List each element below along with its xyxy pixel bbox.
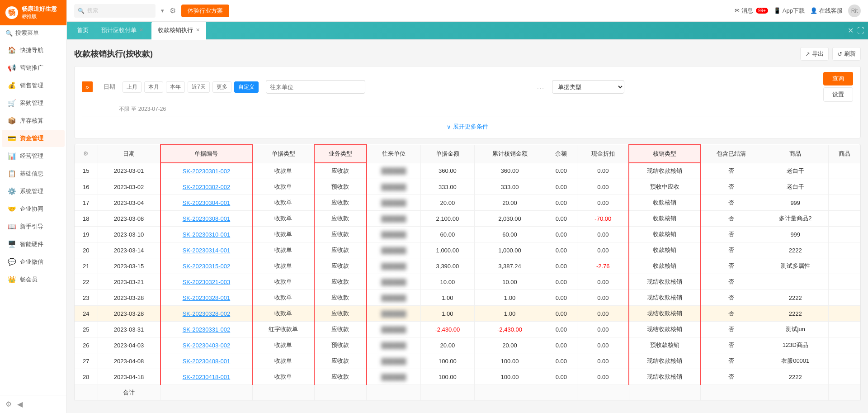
date-btn-last-month[interactable]: 上月 bbox=[123, 81, 142, 93]
sidebar-item-wechat[interactable]: 💬 企业微信 bbox=[2, 253, 65, 271]
date-btn-custom[interactable]: 自定义 bbox=[234, 81, 259, 93]
topbar-search-icon: 🔍 bbox=[78, 8, 85, 14]
home-icon: 🏠 bbox=[7, 46, 16, 54]
td-bill-no[interactable]: SK-20230328-001 bbox=[160, 290, 253, 306]
date-btn-this-year[interactable]: 本年 bbox=[166, 81, 185, 93]
td-bill-no[interactable]: SK-20230331-002 bbox=[160, 322, 253, 337]
sidebar-search[interactable]: 🔍 搜索菜单 bbox=[0, 25, 66, 41]
bill-no-link[interactable]: SK-20230310-001 bbox=[183, 231, 231, 238]
td-biz-type: 应收款 bbox=[314, 242, 366, 258]
topbar-dropdown-btn[interactable]: ▾ bbox=[161, 7, 164, 14]
sidebar-item-guide[interactable]: 📖 新手引导 bbox=[2, 218, 65, 235]
tab-verification-close[interactable]: ✕ bbox=[196, 27, 200, 33]
sidebar-collapse-icon[interactable]: ◀ bbox=[17, 400, 23, 408]
sidebar-item-member[interactable]: 👑 畅会员 bbox=[2, 271, 65, 288]
td-no: 24 bbox=[75, 306, 98, 322]
date-btn-more[interactable]: 更多 bbox=[212, 81, 231, 93]
td-balance: 0.00 bbox=[545, 290, 577, 306]
td-bill-no[interactable]: SK-20230408-001 bbox=[160, 353, 253, 369]
message-btn[interactable]: ✉ 消息 99+ bbox=[735, 7, 768, 15]
td-goods1: 999 bbox=[762, 227, 829, 242]
bill-no-link[interactable]: SK-20230308-001 bbox=[183, 215, 231, 222]
td-verify-type: 现结收款核销 bbox=[629, 306, 700, 322]
expand-more-btn[interactable]: ∨ 展开更多条件 bbox=[82, 121, 853, 133]
industry-solution-btn[interactable]: 体验行业方案 bbox=[181, 5, 229, 17]
td-date: 2023-03-28 bbox=[98, 290, 160, 306]
export-btn[interactable]: ↗ 导出 bbox=[800, 47, 829, 61]
bill-no-link[interactable]: SK-20230418-001 bbox=[183, 374, 231, 380]
bill-no-link[interactable]: SK-20230408-001 bbox=[183, 358, 231, 365]
td-total-1: 合计 bbox=[98, 385, 160, 401]
td-bill-no[interactable]: SK-20230310-001 bbox=[160, 227, 253, 242]
sidebar-item-operations[interactable]: 📊 经营管理 bbox=[2, 147, 65, 165]
sidebar-gear-icon[interactable]: ⚙ bbox=[5, 400, 12, 408]
td-bill-no[interactable]: SK-20230321-003 bbox=[160, 274, 253, 290]
sidebar-item-corp[interactable]: 🤝 企业协同 bbox=[2, 200, 65, 218]
td-bill-no[interactable]: SK-20230308-001 bbox=[160, 211, 253, 227]
bill-no-link[interactable]: SK-20230314-001 bbox=[183, 247, 231, 254]
sidebar-item-hardware[interactable]: 🖥️ 智能硬件 bbox=[2, 236, 65, 253]
td-bill-no[interactable]: SK-20230418-001 bbox=[160, 369, 253, 385]
filter-settings-btn[interactable]: 设置 bbox=[823, 87, 853, 102]
bill-no-link[interactable]: SK-20230321-003 bbox=[183, 279, 231, 285]
tab-verification[interactable]: 收款核销执行 ✕ bbox=[151, 22, 206, 40]
sidebar-item-inventory[interactable]: 📦 库存核算 bbox=[2, 112, 65, 129]
avatar[interactable]: Rit bbox=[848, 5, 861, 17]
tab-fullscreen-btn[interactable]: ⛶ bbox=[857, 27, 864, 35]
td-verified: 100.00 bbox=[474, 369, 545, 385]
sidebar-item-finance[interactable]: 💳 资金管理 bbox=[2, 130, 65, 147]
td-bill-no[interactable]: SK-20230304-001 bbox=[160, 195, 253, 211]
bill-no-link[interactable]: SK-20230328-002 bbox=[183, 310, 231, 317]
td-amount: -2,430.00 bbox=[421, 322, 475, 337]
bill-no-link[interactable]: SK-20230331-002 bbox=[183, 326, 231, 333]
query-btn[interactable]: 查询 bbox=[823, 72, 853, 85]
td-bill-no[interactable]: SK-20230302-002 bbox=[160, 179, 253, 195]
refresh-btn[interactable]: ↺ 刷新 bbox=[832, 47, 861, 61]
date-btn-7days[interactable]: 近7天 bbox=[188, 81, 210, 93]
td-bill-no[interactable]: SK-20230315-002 bbox=[160, 258, 253, 274]
bill-no-link[interactable]: SK-20230304-001 bbox=[183, 199, 231, 206]
bill-no-link[interactable]: SK-20230403-002 bbox=[183, 342, 231, 349]
td-bill-no[interactable]: SK-20230403-002 bbox=[160, 337, 253, 353]
td-verify-type: 收款核销 bbox=[629, 211, 700, 227]
td-included: 否 bbox=[701, 211, 762, 227]
sidebar-item-basic[interactable]: 📋 基础信息 bbox=[2, 165, 65, 182]
date-btn-this-month[interactable]: 本月 bbox=[144, 81, 163, 93]
basic-icon: 📋 bbox=[7, 170, 16, 178]
td-goods1: 测试多属性 bbox=[762, 258, 829, 274]
th-verify-type: 核销类型 bbox=[629, 145, 700, 163]
bill-no-link[interactable]: SK-20230301-002 bbox=[183, 168, 231, 175]
topbar-gear-icon[interactable]: ⚙ bbox=[170, 6, 176, 15]
sidebar-item-quicknav[interactable]: 🏠 快捷导航 bbox=[2, 42, 65, 59]
online-service-btn[interactable]: 👤 在线客服 bbox=[810, 7, 843, 15]
td-bill-no[interactable]: SK-20230301-002 bbox=[160, 163, 253, 179]
bill-type-select[interactable]: 单据类型 bbox=[552, 80, 624, 94]
td-date: 2023-03-21 bbox=[98, 274, 160, 290]
td-verify-type: 预收中应收 bbox=[629, 179, 700, 195]
bill-no-link[interactable]: SK-20230315-002 bbox=[183, 263, 231, 270]
td-biz-type: 应收款 bbox=[314, 353, 366, 369]
sidebar-item-purchase[interactable]: 🛒 采购管理 bbox=[2, 95, 65, 112]
sidebar-item-marketing[interactable]: 📢 营销推广 bbox=[2, 59, 65, 76]
td-balance: 0.00 bbox=[545, 353, 577, 369]
sidebar-item-system[interactable]: ⚙️ 系统管理 bbox=[2, 183, 65, 200]
expand-arrow-btn[interactable]: » bbox=[82, 81, 93, 92]
td-bill-no[interactable]: SK-20230328-002 bbox=[160, 306, 253, 322]
bill-no-link[interactable]: SK-20230328-001 bbox=[183, 294, 231, 301]
td-bill-no[interactable]: SK-20230314-001 bbox=[160, 242, 253, 258]
tab-close-all-btn[interactable]: ✕ bbox=[848, 26, 854, 35]
td-included: 否 bbox=[701, 227, 762, 242]
sidebar-item-sales[interactable]: 💰 销售管理 bbox=[2, 77, 65, 94]
bill-no-link[interactable]: SK-20230302-002 bbox=[183, 184, 231, 190]
td-goods2 bbox=[829, 227, 860, 242]
partner-input[interactable] bbox=[266, 80, 365, 94]
app-download-btn[interactable]: 📱 App下载 bbox=[774, 7, 805, 15]
td-bill-type: 收款单 bbox=[252, 227, 314, 242]
tab-home[interactable]: 首页 bbox=[71, 22, 95, 40]
td-date: 2023-04-18 bbox=[98, 369, 160, 385]
tab-receivables[interactable]: 预计应收付单 ✕ bbox=[95, 22, 150, 40]
td-goods1: 多计量商品2 bbox=[762, 211, 829, 227]
tab-receivables-close[interactable]: ✕ bbox=[139, 27, 143, 33]
th-gear[interactable]: ⚙ bbox=[75, 145, 98, 163]
topbar-search-input[interactable]: 🔍 搜索 bbox=[74, 4, 156, 18]
